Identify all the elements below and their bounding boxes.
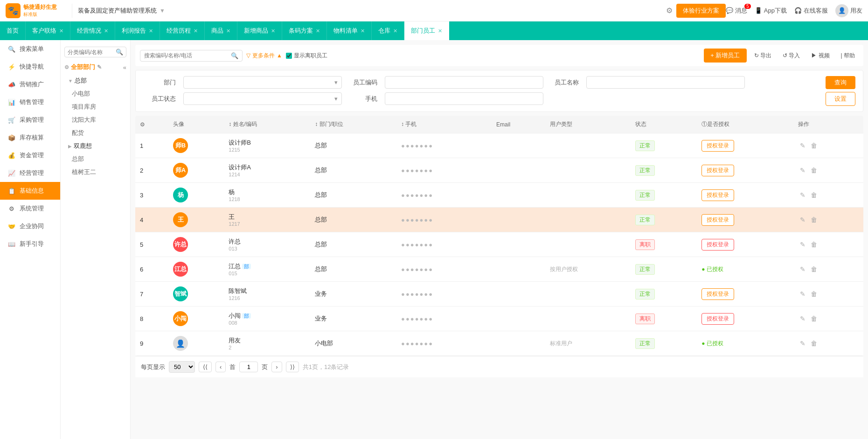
tab-operation[interactable]: 经营情况 ✕	[70, 21, 115, 40]
help-button[interactable]: | 帮助	[837, 50, 859, 62]
tree-node-peihuo[interactable]: 配货	[61, 126, 130, 139]
edit-button[interactable]: ✎	[798, 190, 807, 200]
delete-button[interactable]: 🗑	[809, 240, 819, 249]
edit-button[interactable]: ✎	[798, 240, 807, 249]
search-box[interactable]: 🔍	[140, 50, 243, 62]
sidebar-item-sales[interactable]: 📊 销售管理	[0, 93, 60, 111]
dept-cell: 总部	[310, 232, 396, 257]
sidebar-item-basic[interactable]: 📋 基础信息	[0, 182, 60, 200]
edit-button[interactable]: ✎	[798, 289, 807, 299]
page-number-input[interactable]	[239, 362, 258, 372]
sidebar-item-marketing[interactable]: 📣 营销推广	[0, 76, 60, 93]
tree-search-box[interactable]: 🔍	[64, 47, 126, 57]
auth-button[interactable]: 授权登录	[701, 288, 734, 300]
tree-collapse-btn[interactable]: «	[123, 64, 126, 71]
phone-input[interactable]	[385, 92, 543, 105]
tree-search-input[interactable]	[68, 49, 116, 56]
dept-select[interactable]: ▾	[183, 76, 342, 89]
show-resigned-label[interactable]: 显示离职员工	[286, 52, 327, 60]
auth-button[interactable]: 授权登录	[701, 239, 734, 251]
auth-cell: 授权登录	[697, 307, 793, 331]
edit-button[interactable]: ✎	[798, 141, 807, 150]
auth-button[interactable]: 授权登录	[701, 165, 734, 176]
col-settings[interactable]: ⚙	[135, 116, 168, 133]
tab-employees[interactable]: 部门员工 ✕	[404, 21, 449, 40]
tree-node-zongbu2[interactable]: 总部	[61, 153, 130, 166]
export-button[interactable]: ↻ 导出	[750, 50, 775, 62]
tree-node-shenyang[interactable]: 沈阳大库	[61, 113, 130, 126]
row-no: 9	[135, 331, 168, 356]
add-employee-button[interactable]: + 新增员工	[704, 49, 746, 63]
next-page-btn[interactable]: ›	[271, 362, 282, 372]
tree-node-project[interactable]: 项目库房	[61, 100, 130, 113]
tree-edit-icon[interactable]: ✎	[97, 64, 102, 70]
tab-bom[interactable]: 物料清单 ✕	[327, 21, 372, 40]
tab-profit[interactable]: 利润报告 ✕	[115, 21, 160, 40]
sidebar-item-finance[interactable]: 💰 资金管理	[0, 146, 60, 164]
tree-node-zongbu[interactable]: ▼总部	[61, 74, 130, 87]
edit-button[interactable]: ✎	[798, 166, 807, 175]
edit-button[interactable]: ✎	[798, 339, 807, 348]
trial-button[interactable]: 体验行业方案	[676, 4, 726, 18]
email-cell	[492, 307, 545, 331]
sidebar-item-purchase[interactable]: 🛒 采购管理	[0, 111, 60, 129]
tab-add-goods[interactable]: 新增商品 ✕	[237, 21, 282, 40]
delete-button[interactable]: 🗑	[809, 215, 819, 224]
last-page-btn[interactable]: ⟩⟩	[286, 362, 299, 372]
tab-customer[interactable]: 客户联络 ✕	[26, 21, 70, 40]
import-button[interactable]: ↺ 导入	[779, 50, 804, 62]
online-service-button[interactable]: 🎧 在线客服	[794, 7, 828, 15]
edit-button[interactable]: ✎	[798, 215, 807, 224]
first-page-btn[interactable]: ⟨⟨	[199, 362, 212, 372]
status-select[interactable]: ▾	[183, 92, 342, 105]
delete-button[interactable]: 🗑	[809, 190, 819, 200]
set-button[interactable]: 设置	[826, 92, 855, 106]
auth-button[interactable]: 授权登录	[701, 189, 734, 201]
auth-button[interactable]: 授权登录	[701, 140, 734, 152]
auth-button[interactable]: 授权登录	[701, 313, 734, 325]
sidebar-item-system[interactable]: ⚙ 系统管理	[0, 200, 60, 217]
edit-button[interactable]: ✎	[798, 265, 807, 274]
user-avatar[interactable]: 👤 用友	[835, 4, 862, 17]
col-name[interactable]: ↕ 姓名/编码	[224, 116, 310, 133]
sidebar-item-quicknav[interactable]: ⚡ 快捷导航	[0, 58, 60, 76]
sidebar-item-search[interactable]: 🔍 搜索菜单	[0, 40, 60, 58]
delete-button[interactable]: 🗑	[809, 314, 819, 323]
col-dept[interactable]: ↕ 部门/职位	[310, 116, 396, 133]
tree-node-xiaodian[interactable]: 小电部	[61, 87, 130, 100]
gear-button[interactable]: ⚙	[662, 6, 676, 15]
sidebar-item-collab[interactable]: 🤝 企业协同	[0, 217, 60, 235]
tab-barcode[interactable]: 条码方案 ✕	[282, 21, 327, 40]
view-button[interactable]: ▶ 视频	[807, 50, 833, 62]
prev-page-btn[interactable]: ‹	[215, 362, 226, 372]
tab-home[interactable]: 首页	[0, 21, 26, 40]
col-phone[interactable]: ↕ 手机	[396, 116, 492, 133]
sidebar-item-guide[interactable]: 📖 新手引导	[0, 235, 60, 253]
email-cell	[492, 282, 545, 307]
message-button[interactable]: 💬 5 消息	[726, 7, 747, 15]
delete-button[interactable]: 🗑	[809, 339, 819, 348]
show-resigned-checkbox[interactable]	[286, 53, 292, 59]
search-input[interactable]	[144, 52, 229, 59]
emp-name-input[interactable]	[586, 76, 745, 89]
tab-goods[interactable]: 商品 ✕	[205, 21, 237, 40]
query-button[interactable]: 查询	[826, 76, 855, 89]
delete-button[interactable]: 🗑	[809, 265, 819, 274]
ops-cell: ✎ 🗑	[793, 232, 864, 257]
emp-code-input[interactable]	[385, 76, 543, 89]
auth-button[interactable]: 授权登录	[701, 214, 734, 226]
sidebar-item-inventory[interactable]: 📦 库存核算	[0, 129, 60, 146]
tab-history[interactable]: 经营历程 ✕	[160, 21, 205, 40]
delete-button[interactable]: 🗑	[809, 141, 819, 150]
tree-node-shuanglu[interactable]: ▶双鹿想	[61, 139, 130, 153]
edit-button[interactable]: ✎	[798, 314, 807, 323]
sidebar-item-business[interactable]: 📈 经营管理	[0, 164, 60, 182]
filter-more-btn[interactable]: ▽ 更多条件 ▲	[246, 52, 282, 60]
delete-button[interactable]: 🗑	[809, 166, 819, 175]
name-cell: 江总部 015	[224, 257, 310, 282]
delete-button[interactable]: 🗑	[809, 289, 819, 299]
tab-warehouse[interactable]: 仓库 ✕	[372, 21, 404, 40]
app-download-button[interactable]: 📱 App下载	[755, 7, 787, 15]
tree-node-zhishu[interactable]: 植树王二	[61, 166, 130, 179]
per-page-select[interactable]: 50 20 100	[169, 361, 195, 373]
